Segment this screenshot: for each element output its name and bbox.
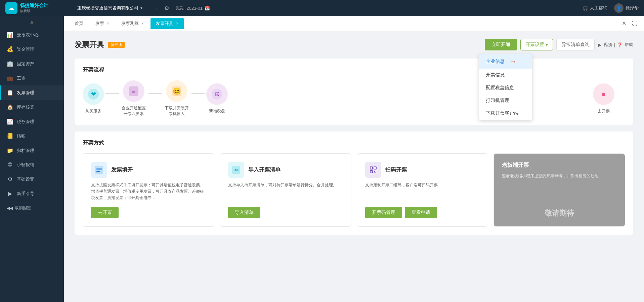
exception-list-button[interactable]: 异常清单查询 bbox=[556, 39, 595, 50]
method-desc-scan: 支持定制开票二维码，客户端可扫码开票 bbox=[365, 182, 480, 201]
flow-section: 开票流程 ❤ 购买服务 bbox=[75, 59, 633, 125]
method-title-import: 导入开票清单 bbox=[248, 166, 281, 174]
svg-text:⊕: ⊕ bbox=[214, 90, 220, 98]
tab-invoice-issue[interactable]: 发票开具 × bbox=[151, 18, 184, 29]
qr-manage-button[interactable]: 开票码管理 bbox=[365, 207, 402, 218]
tab-invoice-label: 发票 bbox=[95, 21, 104, 27]
header-actions: 立即开通 开票设置 ▾ 异常清单查询 ▶ 视频 | ❓ 帮助 bbox=[485, 39, 633, 50]
sidebar-label-salary: 工资 bbox=[17, 75, 26, 81]
tax-config-label: 配置税盘信息 bbox=[486, 85, 514, 91]
invoice-settings-label: 开票设置 bbox=[525, 42, 544, 48]
sidebar-item-report[interactable]: © 小畅报销 bbox=[0, 158, 64, 172]
go-invoice-button[interactable]: 去开票 bbox=[91, 207, 119, 218]
method-icon-import: ⇐ bbox=[228, 162, 244, 178]
dropdown-item-invoice-info[interactable]: 开票信息 bbox=[479, 69, 532, 81]
dropdown-item-download-client[interactable]: 下载开票客户端 bbox=[479, 107, 532, 120]
sidebar-item-archive[interactable]: 📁 归档管理 bbox=[0, 143, 64, 158]
tab-home[interactable]: 首页 bbox=[69, 18, 89, 29]
svg-text:≡: ≡ bbox=[132, 88, 136, 95]
flow-steps: ❤ 购买服务 ≡ 企业开通配置 bbox=[83, 80, 625, 117]
method-footer-scan: 开票码管理 查看申请 bbox=[365, 207, 480, 218]
chevron-down-settings-icon: ▾ bbox=[546, 42, 548, 47]
dropdown-item-company-info[interactable]: 企业信息 → bbox=[479, 54, 532, 69]
method-icon-fill bbox=[91, 162, 107, 178]
method-grid: 发票填开 支持按照发票样式手工填开发票；可开具增值税电子普通发票、增值税普通发票… bbox=[83, 153, 625, 227]
method-section-title: 开票方式 bbox=[83, 140, 625, 147]
sidebar-label-inventory: 库存核算 bbox=[17, 104, 34, 110]
dropdown-item-tax-config[interactable]: 配置税盘信息 bbox=[479, 81, 532, 94]
cloud-report-icon: 📊 bbox=[7, 32, 13, 38]
activate-button[interactable]: 立即开通 bbox=[485, 39, 517, 50]
company-info-label: 企业信息 bbox=[486, 59, 505, 65]
tab-invoice-calc[interactable]: 发票测算 × bbox=[116, 18, 149, 29]
user-area[interactable]: 👤 徐泽华 bbox=[614, 3, 639, 13]
sidebar-item-fund[interactable]: 💰 资金管理 bbox=[0, 42, 64, 56]
play-icon[interactable]: ▶ bbox=[598, 42, 601, 47]
fixed-assets-icon: 🏢 bbox=[7, 61, 13, 67]
flow-step-buy-service: ❤ 购买服务 bbox=[83, 83, 104, 114]
step-label-download: 下载并安装开票机器人 bbox=[163, 105, 190, 117]
svg-text:⇐: ⇐ bbox=[234, 167, 238, 173]
support-label: 人工咨询 bbox=[590, 5, 607, 11]
method-card-scan: 扫码开票 支持定制开票二维码，客户端可扫码开票 开票码管理 查看申请 bbox=[357, 153, 488, 227]
salary-icon: 💼 bbox=[7, 75, 13, 81]
chevron-down-icon: ▾ bbox=[140, 6, 142, 10]
support-area[interactable]: 🎧 人工咨询 bbox=[583, 5, 607, 11]
svg-text:≡: ≡ bbox=[602, 91, 606, 98]
step-label-buy-service: 购买服务 bbox=[85, 108, 101, 114]
video-help-area: ▶ 视频 | ❓ 帮助 bbox=[598, 42, 633, 48]
sidebar-item-inventory[interactable]: 🏠 库存核算 bbox=[0, 100, 64, 114]
method-desc-import: 支持导入待开票清单，可对待开票清单进行拆分、合并处理。 bbox=[228, 182, 343, 201]
svg-rect-11 bbox=[96, 168, 102, 168]
tab-bar: 首页 发票 × 发票测算 × 发票开具 × ✕ ⛶ bbox=[64, 16, 644, 31]
sidebar-item-salary[interactable]: 💼 工资 bbox=[0, 71, 64, 85]
report-icon: © bbox=[7, 162, 13, 168]
method-section: 开票方式 bbox=[75, 131, 633, 235]
sidebar-item-accounting[interactable]: 📒 结账 bbox=[0, 129, 64, 143]
invoice-icon: 📋 bbox=[7, 89, 13, 96]
tab-invoice-issue-label: 发票开具 bbox=[156, 21, 173, 27]
dropdown-item-printer[interactable]: 打印机管理 bbox=[479, 94, 532, 107]
method-desc-fill: 支持按照发票样式手工填开发票；可开具增值税电子普通发票、增值税普通发票、增值税专… bbox=[91, 182, 206, 201]
sidebar-item-settings[interactable]: ⚙ 基础设置 bbox=[0, 172, 64, 186]
settings-sidebar-icon: ⚙ bbox=[7, 176, 13, 182]
maximize-window-btn[interactable]: ⛶ bbox=[631, 20, 639, 28]
company-selector[interactable]: 重庆畅捷交通信息咨询有限公司 ▾ bbox=[75, 4, 145, 12]
tab-invoice-issue-close[interactable]: × bbox=[176, 21, 178, 26]
sidebar-item-cloud-report[interactable]: 📊 云报表中心 bbox=[0, 28, 64, 42]
sidebar-scroll-up[interactable]: ▲ bbox=[0, 16, 64, 28]
sidebar-item-fixed-assets[interactable]: 🏢 固定资产 bbox=[0, 56, 64, 71]
tab-invoice-calc-label: 发票测算 bbox=[121, 21, 139, 27]
method-icon-scan bbox=[365, 162, 381, 178]
method-title-fill: 发票填开 bbox=[111, 166, 133, 174]
tab-home-label: 首页 bbox=[75, 21, 83, 27]
close-window-btn[interactable]: ✕ bbox=[620, 20, 628, 28]
red-arrow-icon: → bbox=[510, 58, 517, 65]
calendar-icon[interactable]: 📅 bbox=[205, 6, 210, 11]
step-icon-download: 😊 bbox=[166, 80, 187, 102]
help-circle-icon: ❓ bbox=[617, 42, 622, 47]
view-apply-button[interactable]: 查看申请 bbox=[405, 207, 437, 218]
page-title-area: 发票开具 待开通 bbox=[75, 40, 125, 50]
add-icon[interactable]: + bbox=[153, 4, 159, 12]
sidebar-item-invoice[interactable]: 📋 发票管理 bbox=[0, 85, 64, 100]
import-list-button[interactable]: 导入清单 bbox=[228, 207, 260, 218]
tax-icon: 📈 bbox=[7, 118, 13, 125]
sidebar-item-guide[interactable]: ▶ 新手引导 bbox=[0, 186, 64, 201]
tab-invoice[interactable]: 发票 × bbox=[90, 18, 115, 29]
sidebar-bottom-cancel[interactable]: ◀◀ 取消固定 bbox=[0, 201, 64, 215]
accounting-period: 账期 2023-01 📅 bbox=[176, 5, 210, 11]
svg-rect-20 bbox=[374, 171, 375, 172]
method-card-fill-form: 发票填开 支持按照发票样式手工填开发票；可开具增值税电子普通发票、增值税普通发票… bbox=[83, 153, 214, 227]
method-card-import: ⇐ 导入开票清单 支持导入待开票清单，可对待开票清单进行拆分、合并处理。 导入清… bbox=[220, 153, 351, 227]
flow-step-issue: ≡ 去开票 bbox=[593, 83, 614, 114]
archive-icon: 📁 bbox=[7, 147, 13, 154]
settings-icon[interactable]: ⚙ bbox=[163, 4, 170, 13]
video-label: 视频 bbox=[603, 42, 612, 48]
tab-invoice-close[interactable]: × bbox=[107, 21, 109, 26]
tab-invoice-calc-close[interactable]: × bbox=[141, 21, 144, 26]
sidebar-item-tax[interactable]: 📈 税务管理 bbox=[0, 114, 64, 129]
invoice-settings-button[interactable]: 开票设置 ▾ bbox=[520, 39, 553, 50]
unpin-label: 取消固定 bbox=[15, 205, 31, 211]
invoice-info-label: 开票信息 bbox=[486, 72, 505, 78]
